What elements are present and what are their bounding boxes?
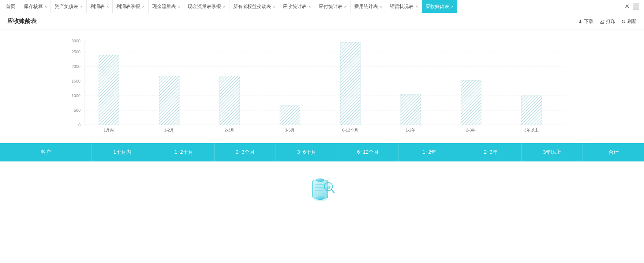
tab-profit-quarter[interactable]: 利润表季报 × — [113, 0, 148, 13]
th-6-12month: 6~12个月 — [337, 143, 399, 161]
refresh-icon: ↻ — [621, 19, 626, 24]
empty-state-icon — [304, 174, 340, 203]
th-2-3month: 2~3个月 — [215, 143, 276, 161]
svg-text:500: 500 — [74, 108, 80, 113]
svg-text:1-2月: 1-2月 — [164, 128, 174, 132]
print-button[interactable]: 🖨 打印 — [599, 18, 615, 25]
tab-equity[interactable]: 所有者权益变动表 × — [229, 0, 279, 13]
tab-close-profit-quarter[interactable]: × — [142, 4, 144, 9]
table-header: 客户 1个月内 1~2个月 2~3个月 3~6个月 6~12个月 1~2年 2~… — [0, 143, 644, 161]
header-actions: ⬇ 下载 🖨 打印 ↻ 刷新 — [578, 18, 637, 25]
download-icon: ⬇ — [578, 19, 583, 24]
tab-home[interactable]: 首页 — [1, 0, 20, 13]
page-title: 应收账龄表 — [7, 18, 37, 25]
tab-close-expense-stat[interactable]: × — [380, 4, 382, 9]
main-content: 0 500 1000 1500 2000 2500 3000 — [0, 30, 644, 263]
bar-chart: 0 500 1000 1500 2000 2500 3000 — [7, 37, 629, 140]
svg-point-27 — [316, 179, 324, 182]
empty-state — [0, 161, 644, 216]
download-button[interactable]: ⬇ 下载 — [578, 18, 594, 25]
tab-bar: 首页 库存核算 × 资产负债表 × 利润表 × 利润表季报 × 现金流量表 × … — [0, 0, 644, 13]
th-3-6month: 3~6个月 — [276, 143, 337, 161]
svg-text:2500: 2500 — [72, 50, 80, 54]
bar-2-3年 — [461, 80, 481, 125]
svg-text:3000: 3000 — [72, 39, 80, 43]
svg-text:2-3年: 2-3年 — [466, 128, 476, 132]
bar-6-12月 — [340, 42, 360, 125]
tab-close-profit[interactable]: × — [106, 4, 109, 9]
close-window-icon[interactable]: ✕ — [625, 3, 629, 10]
chart-wrapper: 0 500 1000 1500 2000 2500 3000 — [7, 37, 629, 140]
tab-cashflow-quarter[interactable]: 现金流量表季报 × — [184, 0, 229, 13]
th-customer: 客户 — [0, 143, 92, 161]
tab-close-balance[interactable]: × — [80, 4, 82, 9]
th-2-3year: 2~3年 — [460, 143, 522, 161]
svg-text:2-3月: 2-3月 — [225, 128, 235, 132]
maximize-window-icon[interactable]: ⬜ — [632, 3, 640, 10]
svg-text:1000: 1000 — [72, 94, 80, 98]
bar-3-6月 — [280, 106, 300, 125]
tab-operation[interactable]: 经营状况表 × — [386, 0, 422, 13]
svg-point-28 — [316, 197, 324, 200]
th-1-2month: 1~2个月 — [153, 143, 215, 161]
page-header: 应收账龄表 ⬇ 下载 🖨 打印 ↻ 刷新 — [0, 13, 644, 30]
svg-text:1500: 1500 — [72, 79, 80, 83]
svg-rect-36 — [329, 186, 330, 189]
print-icon: 🖨 — [599, 19, 604, 24]
tab-balance[interactable]: 资产负债表 × — [51, 0, 86, 13]
tab-close-cashflow[interactable]: × — [178, 4, 180, 9]
tab-expense-stat[interactable]: 费用统计表 × — [351, 0, 386, 13]
svg-rect-35 — [327, 187, 328, 189]
tab-close-operation[interactable]: × — [415, 4, 418, 9]
bar-1-2月 — [159, 76, 179, 125]
tab-bar-actions: ✕ ⬜ — [619, 3, 643, 10]
svg-text:1月内: 1月内 — [104, 128, 114, 132]
tab-profit[interactable]: 利润表 × — [87, 0, 113, 13]
svg-text:6-12个月: 6-12个月 — [342, 128, 358, 132]
svg-text:0: 0 — [78, 123, 80, 127]
refresh-button[interactable]: ↻ 刷新 — [621, 18, 637, 25]
svg-line-34 — [332, 190, 334, 193]
tab-inventory[interactable]: 库存核算 × — [20, 0, 51, 13]
tab-close-equity[interactable]: × — [273, 4, 275, 9]
bar-1月内 — [99, 55, 119, 125]
tab-ar-aging[interactable]: 应收账龄表 × — [422, 0, 457, 13]
tab-close-ar-aging[interactable]: × — [451, 4, 453, 9]
tab-ap-stat[interactable]: 应付统计表 × — [315, 0, 351, 13]
tab-cashflow[interactable]: 现金流量表 × — [149, 0, 184, 13]
tab-close-inventory[interactable]: × — [45, 4, 47, 9]
svg-text:2000: 2000 — [72, 64, 80, 69]
th-1month: 1个月内 — [92, 143, 153, 161]
svg-text:3年以上: 3年以上 — [524, 128, 538, 132]
th-3year-plus: 3年以上 — [522, 143, 583, 161]
bar-3年以上 — [521, 96, 542, 125]
svg-text:1-2年: 1-2年 — [406, 128, 416, 132]
chart-area: 0 500 1000 1500 2000 2500 3000 — [0, 30, 644, 143]
svg-point-33 — [326, 184, 332, 190]
bar-2-3月 — [220, 76, 240, 125]
svg-text:3-6月: 3-6月 — [285, 128, 295, 132]
tab-close-cashflow-quarter[interactable]: × — [223, 4, 225, 9]
th-1-2year: 1~2年 — [399, 143, 460, 161]
tab-close-ap-stat[interactable]: × — [344, 4, 347, 9]
bar-1-2年 — [401, 94, 421, 125]
tab-ar-stat[interactable]: 应收统计表 × — [279, 0, 315, 13]
th-total: 合计 — [583, 143, 644, 161]
tab-close-ar-stat[interactable]: × — [308, 4, 311, 9]
